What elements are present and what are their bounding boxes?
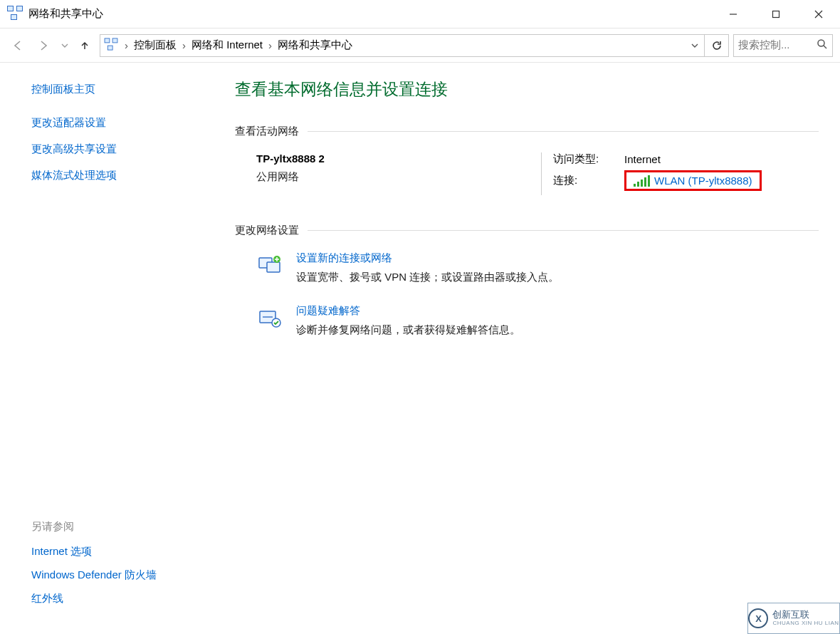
troubleshoot-desc: 诊断并修复网络问题，或者获得疑难解答信息。 [296,323,520,337]
network-name: TP-yltx8888 2 [256,152,541,165]
up-button[interactable] [75,35,94,56]
watermark-subtext: CHUANG XIN HU LIAN [772,620,839,627]
forward-button[interactable] [33,35,54,56]
wifi-signal-icon [634,175,650,187]
troubleshoot-icon [256,304,283,331]
navigation-bar: › 控制面板 › 网络和 Internet › 网络和共享中心 搜索控制... [0,28,840,63]
search-placeholder: 搜索控制... [738,38,812,52]
sidebar: 控制面板主页 更改适配器设置 更改高级共享设置 媒体流式处理选项 另请参阅 In… [0,63,221,634]
sidebar-also-infrared[interactable]: 红外线 [31,592,221,606]
address-dropdown[interactable] [686,35,704,56]
divider [308,131,819,132]
refresh-button[interactable] [704,35,728,56]
sidebar-link-advanced-sharing[interactable]: 更改高级共享设置 [31,142,221,156]
window-titlebar: 网络和共享中心 [0,0,840,28]
breadcrumb-mid[interactable]: 网络和 Internet [189,38,266,52]
setup-new-connection-link[interactable]: 设置新的连接或网络 [296,251,392,264]
chevron-right-icon[interactable]: › [181,39,187,51]
close-button[interactable] [797,0,840,28]
sidebar-also-defender-firewall[interactable]: Windows Defender 防火墙 [31,568,221,582]
location-icon [103,37,119,53]
back-button[interactable] [7,35,28,56]
active-networks-label: 查看活动网络 [235,125,308,138]
chevron-right-icon[interactable]: › [123,39,130,51]
network-type: 公用网络 [256,170,541,184]
troubleshoot-link[interactable]: 问题疑难解答 [296,304,360,316]
divider [308,230,819,231]
sidebar-also-see-title: 另请参阅 [31,520,221,534]
sidebar-home-link[interactable]: 控制面板主页 [31,83,221,96]
access-type-label: 访问类型: [553,152,624,166]
search-input[interactable]: 搜索控制... [733,34,833,57]
address-bar[interactable]: › 控制面板 › 网络和 Internet › 网络和共享中心 [100,34,729,57]
sidebar-link-adapter-settings[interactable]: 更改适配器设置 [31,116,221,130]
svg-rect-3 [267,262,280,272]
main-content: 查看基本网络信息并设置连接 查看活动网络 TP-yltx8888 2 公用网络 … [221,63,840,634]
connection-wlan-link[interactable]: WLAN (TP-yltx8888) [624,170,762,191]
watermark: X 创新互联 CHUANG XIN HU LIAN [747,603,840,634]
window-title: 网络和共享中心 [28,7,712,21]
breadcrumb-root[interactable]: 控制面板 [131,38,179,52]
svg-point-1 [818,40,824,46]
new-connection-icon [256,251,283,279]
maximize-button[interactable] [755,0,797,28]
sidebar-also-internet-options[interactable]: Internet 选项 [31,545,221,558]
svg-rect-0 [773,11,779,17]
watermark-logo-icon: X [748,608,768,628]
change-settings-label: 更改网络设置 [235,224,308,237]
setup-new-connection-desc: 设置宽带、拨号或 VPN 连接；或设置路由器或接入点。 [296,271,559,284]
connection-label: 连接: [553,174,624,187]
search-icon[interactable] [817,38,828,52]
sidebar-link-media-streaming[interactable]: 媒体流式处理选项 [31,169,221,182]
breadcrumb-leaf[interactable]: 网络和共享中心 [275,38,355,52]
recent-dropdown[interactable] [58,39,71,51]
chevron-right-icon[interactable]: › [267,39,273,51]
watermark-text: 创新互联 [772,610,839,620]
minimize-button[interactable] [712,0,755,28]
app-icon [7,6,23,22]
connection-link-text: WLAN (TP-yltx8888) [654,175,752,187]
access-type-value: Internet [624,153,661,165]
page-title: 查看基本网络信息并设置连接 [235,78,819,100]
